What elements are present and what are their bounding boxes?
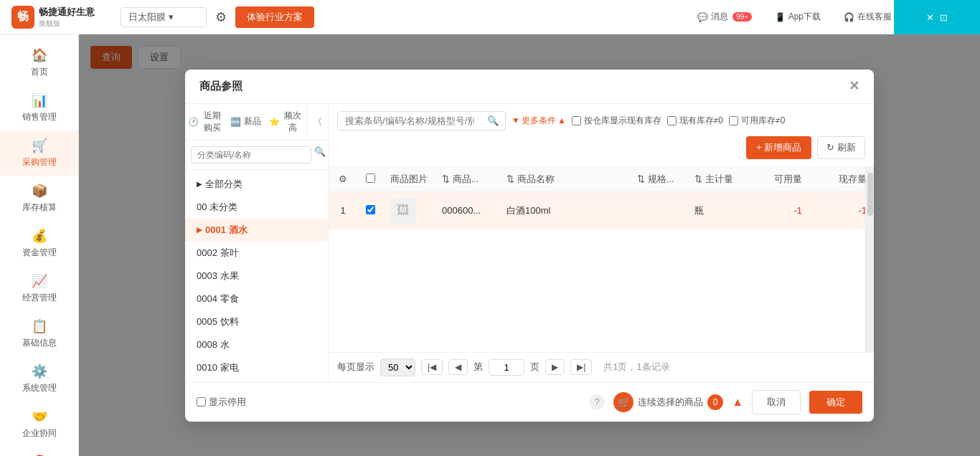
refresh-btn[interactable]: ↻ 刷新 [817,136,865,159]
check-usable-label[interactable]: 可用库存≠0 [729,115,785,127]
table-scrollbar[interactable] [865,167,874,352]
sidebar-item-operations[interactable]: 📈 经营管理 [0,266,78,311]
logo-title: 畅捷通好生意 [39,6,95,19]
category-search-icon[interactable]: 🔍 [314,146,326,163]
sidebar-item-sales[interactable]: 📊 销售管理 [0,85,78,130]
modal-header: 商品参照 ✕ [185,70,874,104]
category-item-fruit[interactable]: 0003 水果 [185,265,328,288]
sidebar-item-label: 经营管理 [22,292,57,304]
close-icon[interactable]: ✕ [926,12,934,23]
basic-info-icon: 📋 [32,318,47,334]
col-img-header: 商品图片 [383,167,435,192]
messages-btn[interactable]: 💬 消息 99+ [692,8,757,26]
sidebar-item-enterprise[interactable]: 🤝 企业协同 [0,402,78,447]
page-number-input[interactable] [489,359,524,376]
online-service-btn[interactable]: 🎧 在线客服 [838,8,897,26]
modal-close-btn[interactable]: ✕ [849,80,859,92]
scrollbar-thumb [867,173,873,216]
home-icon: 🏠 [32,47,47,63]
quick-frequent-btn[interactable]: ⭐ 频次高 [266,104,306,140]
select-all-checkbox[interactable] [366,174,375,183]
category-item-unclassified[interactable]: 00 未分类 [185,196,328,219]
expand-icon[interactable]: ⊡ [940,12,948,23]
prev-page-btn[interactable]: ◀ [448,359,468,375]
help-btn[interactable]: ? [589,394,605,410]
category-search: 🔍 [185,141,328,170]
cancel-btn[interactable]: 取消 [752,390,801,414]
pagination-bar: 每页显示 50 |◀ ◀ 第 页 ▶ ▶| 共1页，1条记录 [329,352,874,382]
product-search-input[interactable] [338,112,481,130]
category-item-alcohol[interactable]: ▶ 0001 酒水 [185,219,328,242]
category-item-drink[interactable]: 0005 饮料 [185,310,328,333]
content-area: 查询 设置 商品参照 ✕ 🕐 [79,34,980,456]
row-code: 000600... [435,191,499,229]
product-table-area: ⚙ 商品图片 [329,167,874,352]
collapse-cart-btn[interactable]: ▲ [732,396,743,409]
teal-promo-area: ✕ ⊡ [894,0,980,34]
next-page-btn[interactable]: ▶ [545,359,565,375]
confirm-btn[interactable]: 确定 [809,391,862,414]
row-image: 🖼 [383,191,435,229]
selected-count-badge: 0 [707,394,723,410]
sort-icon: ⇅ [507,174,514,184]
table-header-row: ⚙ 商品图片 [329,167,874,192]
quick-recent-btn[interactable]: 🕐 近期购买 [185,104,225,140]
check-available-label[interactable]: 现有库存≠0 [667,115,723,127]
sidebar-item-purchase[interactable]: 🛒 采购管理 [0,130,78,176]
row-num: 1 [329,191,357,229]
cart-btn[interactable]: 🛒 [613,392,633,412]
table-row[interactable]: 1 🖼 000600... [329,191,874,229]
more-filter-btn[interactable]: ▼ 更多条件 ▲ [512,115,566,127]
product-search-btn[interactable]: 🔍 [481,112,505,130]
logo-subtitle: 旗舰版 [39,19,95,29]
sidebar-item-guide[interactable]: 🎯 新手引导 [0,447,78,456]
col-settings[interactable]: ⚙ [329,167,357,192]
category-item-water[interactable]: 0008 水 [185,333,328,356]
chevron-up-icon: ▲ [557,115,566,125]
category-item-appliance[interactable]: 0010 家电 [185,356,328,379]
last-page-btn[interactable]: ▶| [570,359,592,375]
category-item-snack[interactable]: 0004 零食 [185,288,328,310]
check-warehouse-label[interactable]: 按仓库显示现有库存 [572,115,661,127]
filter-icon: ▼ [512,115,520,125]
panel-collapse-btn[interactable]: 《 [306,104,328,140]
clock-icon: 🕐 [188,117,199,127]
logo-area: 畅 畅捷通好生意 旗舰版 [11,6,112,29]
first-page-btn[interactable]: |◀ [421,359,443,375]
sidebar-item-label: 基础信息 [22,337,57,349]
nav-dropdown[interactable]: 日太阳膜 ▾ [121,7,207,27]
search-toolbar: 🔍 ▼ 更多条件 ▲ 按仓库显示现有库存 [329,104,874,167]
category-item-all[interactable]: ▶ 全部分类 [185,173,328,196]
sidebar-item-finance[interactable]: 💰 资金管理 [0,221,78,266]
check-warehouse[interactable] [572,116,581,125]
experience-btn[interactable]: 体验行业方案 [235,6,314,28]
col-code-header[interactable]: ⇅ 商品... [435,167,499,192]
add-product-btn[interactable]: + 新增商品 [746,136,811,159]
row-checkbox[interactable] [366,205,375,214]
sidebar-item-basic-info[interactable]: 📋 基础信息 [0,311,78,356]
sidebar-item-inventory[interactable]: 📦 库存核算 [0,176,78,221]
quick-new-btn[interactable]: 🆕 新品 [225,104,265,140]
check-usable[interactable] [729,116,738,125]
sidebar-item-system[interactable]: ⚙️ 系统管理 [0,356,78,402]
check-available[interactable] [667,116,677,125]
category-search-input[interactable] [191,146,311,163]
show-disabled-label[interactable]: 显示停用 [197,396,246,409]
system-icon: ⚙️ [32,364,47,379]
col-spec-header[interactable]: ⇅ 规格... [630,167,687,192]
sidebar-item-home[interactable]: 🏠 首页 [0,40,78,85]
app-download-btn[interactable]: 📱 App下载 [769,8,826,26]
col-unit-header[interactable]: ⇅ 主计量 [687,167,745,192]
row-name: 白酒100ml [499,191,630,229]
right-panel: 🔍 ▼ 更多条件 ▲ 按仓库显示现有库存 [329,104,874,382]
toolbar-right: + 新增商品 ↻ 刷新 [746,136,865,159]
modal-title: 商品参照 [199,80,242,93]
gear-icon[interactable]: ⚙ [215,9,227,25]
row-stock: -1 [809,191,874,229]
category-item-tea[interactable]: 0002 茶叶 [185,242,328,265]
operations-icon: 📈 [32,273,47,289]
show-disabled-checkbox[interactable] [197,397,206,407]
per-page-select[interactable]: 50 [380,358,415,376]
inventory-icon: 📦 [32,183,47,199]
col-name-header[interactable]: ⇅ 商品名称 [499,167,630,192]
